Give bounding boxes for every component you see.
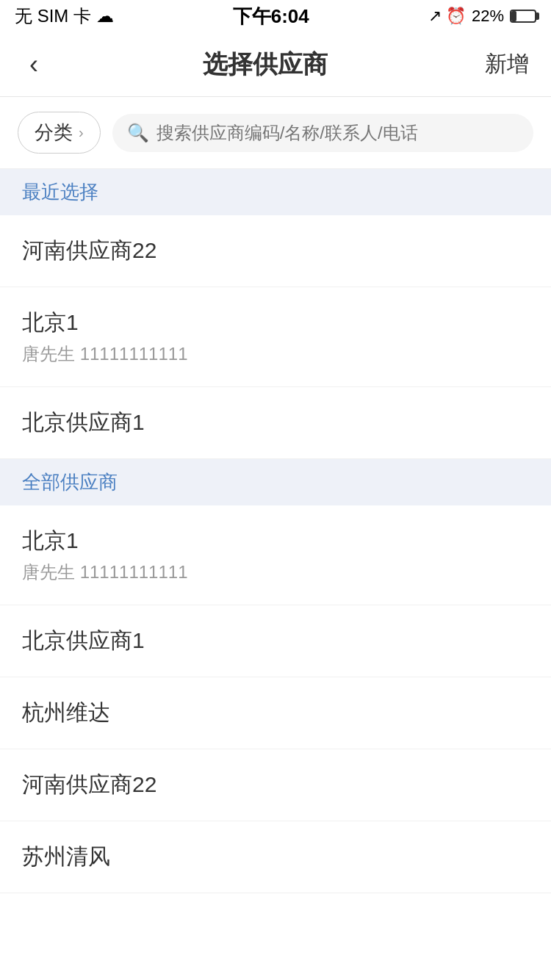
list-item[interactable]: 北京供应商1 [0,387,551,459]
item-name: 北京1 [22,526,529,556]
search-box[interactable]: 🔍 [112,114,533,152]
filter-bar: 分类 › 🔍 [0,97,551,169]
list-item[interactable]: 河南供应商22 [0,749,551,821]
battery-percent: 22% [472,7,504,26]
back-button[interactable]: ‹ [22,42,46,87]
page-title: 选择供应商 [203,48,328,82]
item-name: 杭州维达 [22,698,529,728]
item-name: 北京1 [22,308,529,338]
item-name: 河南供应商22 [22,236,529,266]
item-sub: 唐先生 11111111111 [22,342,529,366]
recent-section-header: 最近选择 [0,169,551,215]
all-list: 北京1 唐先生 11111111111 北京供应商1 杭州维达 河南供应商22 … [0,505,551,893]
status-left: 无 SIM 卡 ☁ [15,4,114,28]
category-filter[interactable]: 分类 › [18,112,101,154]
all-section-header: 全部供应商 [0,459,551,505]
item-sub: 唐先生 11111111111 [22,561,529,584]
list-item[interactable]: 北京1 唐先生 11111111111 [0,287,551,387]
status-right: ↗ ⏰ 22% [428,7,536,26]
search-icon: 🔍 [127,123,149,143]
status-bar: 无 SIM 卡 ☁ 下午6:04 ↗ ⏰ 22% [0,0,551,32]
list-item[interactable]: 北京供应商1 [0,605,551,677]
item-name: 苏州清风 [22,842,529,872]
battery-bar [510,10,536,23]
nav-bar: ‹ 选择供应商 新增 [0,32,551,97]
item-name: 北京供应商1 [22,408,529,438]
battery-icon: ↗ ⏰ [428,7,466,26]
add-button[interactable]: 新增 [485,49,529,79]
list-item[interactable]: 苏州清风 [0,821,551,893]
chevron-right-icon: › [79,124,84,141]
all-section-title: 全部供应商 [22,471,118,493]
recent-list: 河南供应商22 北京1 唐先生 11111111111 北京供应商1 [0,215,551,459]
item-name: 河南供应商22 [22,770,529,800]
list-item[interactable]: 北京1 唐先生 11111111111 [0,505,551,605]
search-input[interactable] [156,123,519,143]
category-label: 分类 [35,120,73,145]
list-item[interactable]: 河南供应商22 [0,215,551,287]
list-item[interactable]: 杭州维达 [0,677,551,749]
item-name: 北京供应商1 [22,626,529,656]
recent-section-title: 最近选择 [22,181,98,203]
status-time: 下午6:04 [233,4,309,29]
sim-status: 无 SIM 卡 ☁ [15,4,114,28]
